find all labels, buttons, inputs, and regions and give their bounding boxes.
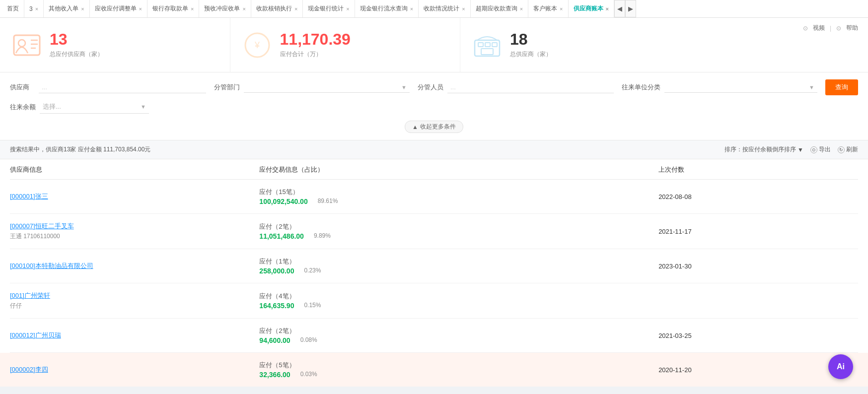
supplier-link-0[interactable]: [000001]张三 bbox=[10, 193, 48, 200]
results-summary: 搜索结果中，供应商13家 应付金额 111,703,854.00元 bbox=[10, 145, 150, 154]
nav-next-arrow[interactable]: ▶ bbox=[625, 0, 636, 17]
supplier-cell-1: [000007]恒旺二手叉车 王通 17106110000 bbox=[10, 222, 259, 241]
close-icon[interactable]: × bbox=[242, 6, 245, 12]
close-icon[interactable]: × bbox=[294, 6, 297, 12]
transaction-cell-4: 应付（2笔） 94,600.00 0.08% bbox=[259, 327, 658, 344]
tx-amount-1: 11,051,486.00 bbox=[259, 232, 304, 240]
refresh-button[interactable]: ↻ 刷新 bbox=[838, 145, 858, 154]
close-icon[interactable]: × bbox=[606, 6, 609, 12]
dept-select[interactable]: ▼ bbox=[244, 82, 410, 93]
nav-tab-bank-label: 银行存取款单 bbox=[152, 4, 188, 13]
nav-tab-overdue-label: 超期应收款查询 bbox=[476, 4, 517, 13]
sort-select[interactable]: 排序：按应付余额倒序排序 ▼ bbox=[724, 145, 803, 154]
lastpay-date-4: 2021-03-25 bbox=[658, 332, 692, 339]
lastpay-date-5: 2020-11-20 bbox=[658, 366, 692, 374]
collapse-button[interactable]: ▲ 收起更多条件 bbox=[405, 121, 463, 133]
collapse-arrow-icon: ▲ bbox=[412, 124, 418, 131]
lastpay-date-1: 2021-11-17 bbox=[658, 228, 692, 235]
stat-card-total-suppliers: 18 总供应商（家） bbox=[460, 18, 793, 72]
payable-amount: 11,170.39 bbox=[280, 31, 351, 47]
results-right: 排序：按应付余额倒序排序 ▼ ⊙ 导出 ↻ 刷新 bbox=[724, 145, 858, 154]
close-icon[interactable]: × bbox=[410, 6, 413, 12]
nav-tab-pre-collect[interactable]: 预收冲应收单 × bbox=[199, 0, 251, 17]
search-button[interactable]: 查询 bbox=[825, 79, 858, 95]
tx-amount-4: 94,600.00 bbox=[259, 336, 290, 344]
supplier-label: 供应商 bbox=[10, 83, 35, 92]
close-icon[interactable]: × bbox=[346, 6, 349, 12]
col-header-supplier: 供应商信息 bbox=[10, 165, 259, 174]
tx-percent-0: 89.61% bbox=[318, 197, 338, 204]
supplier-link-3[interactable]: [001]广州荣轩 bbox=[10, 292, 50, 299]
supplier-cell-4: [000012]广州贝瑞 bbox=[10, 331, 259, 340]
unit-class-select[interactable]: ▼ bbox=[664, 82, 818, 93]
help-links: ⊙ 视频 | ⊙ 帮助 bbox=[803, 24, 858, 32]
nav-tab-supplier-book-label: 供应商账本 bbox=[574, 4, 603, 13]
nav-tab-receipt-verify-label: 收款核销执行 bbox=[256, 4, 292, 13]
close-icon[interactable]: × bbox=[139, 6, 142, 12]
balance-label: 往来余额 bbox=[10, 103, 36, 112]
supplier-input[interactable] bbox=[39, 81, 206, 93]
nav-tab-overdue[interactable]: 超期应收款查询 × bbox=[471, 0, 528, 17]
filter-row-2: 往来余额 选择... ▼ bbox=[10, 100, 858, 114]
circle-icon: ⊙ bbox=[803, 25, 808, 32]
table-row: [000007]恒旺二手叉车 王通 17106110000 应付（2笔） 11,… bbox=[10, 214, 858, 249]
video-link[interactable]: 视频 bbox=[813, 24, 825, 32]
close-icon[interactable]: × bbox=[191, 6, 194, 12]
supplier-link-5[interactable]: [000002]李四 bbox=[10, 366, 48, 373]
nav-tab-customer-book-label: 客户账本 bbox=[533, 4, 557, 13]
stats-bar: 13 总应付供应商（家） ¥ 11,170.39 应付合计（万） bbox=[0, 18, 868, 72]
payable-count-label: 总应付供应商（家） bbox=[50, 50, 103, 59]
lastpay-cell-4: 2021-03-25 bbox=[658, 332, 858, 339]
supplier-link-2[interactable]: [000100]本特勒油品有限公司 bbox=[10, 262, 93, 269]
filter-person: 分管人员 bbox=[418, 81, 614, 93]
tx-percent-4: 0.08% bbox=[300, 336, 317, 343]
nav-tab-receipt-verify[interactable]: 收款核销执行 × bbox=[251, 0, 303, 17]
person-input[interactable] bbox=[447, 81, 614, 93]
svg-point-1 bbox=[18, 40, 25, 47]
export-button[interactable]: ⊙ 导出 bbox=[810, 145, 831, 154]
nav-tab-cash-flow[interactable]: 现金银行流水查询 × bbox=[355, 0, 419, 17]
close-icon[interactable]: × bbox=[81, 6, 84, 12]
help-link[interactable]: 帮助 bbox=[846, 24, 858, 32]
nav-tab-cash-flow-label: 现金银行流水查询 bbox=[360, 4, 408, 13]
filter-balance: 往来余额 选择... ▼ bbox=[10, 100, 149, 114]
supplier-link-1[interactable]: [000007]恒旺二手叉车 bbox=[10, 222, 74, 230]
supplier-sub-1: 王通 17106110000 bbox=[10, 232, 259, 241]
ai-assistant-button[interactable]: Ai bbox=[828, 354, 853, 379]
table-row: [000100]本特勒油品有限公司 应付（1笔） 258,000.00 0.23… bbox=[10, 249, 858, 283]
supplier-link-4[interactable]: [000012]广州贝瑞 bbox=[10, 331, 61, 339]
balance-select[interactable]: 选择... ▼ bbox=[40, 100, 149, 114]
nav-tab-cash-stat-label: 现金银行统计 bbox=[308, 4, 344, 13]
nav-tab-supplier-book[interactable]: 供应商账本 × bbox=[569, 0, 614, 17]
table-container: 供应商信息 应付交易信息（占比） 上次付数 [000001]张三 应付（15笔）… bbox=[0, 159, 868, 387]
payable-count: 13 bbox=[50, 31, 103, 47]
chevron-down-icon4: ▼ bbox=[797, 146, 803, 153]
close-icon[interactable]: × bbox=[35, 6, 38, 12]
nav-tab-customer-book[interactable]: 客户账本 × bbox=[528, 0, 568, 17]
main-content: 供应商信息 应付交易信息（占比） 上次付数 [000001]张三 应付（15笔）… bbox=[0, 159, 868, 387]
collapse-label: 收起更多条件 bbox=[420, 123, 456, 131]
tx-percent-1: 9.89% bbox=[314, 232, 331, 239]
chevron-down-icon: ▼ bbox=[401, 84, 407, 90]
circle-icon2: ⊙ bbox=[836, 25, 841, 32]
nav-tab-other-income[interactable]: 其他收入单 × bbox=[44, 0, 89, 17]
nav-tab-home[interactable]: 首页 bbox=[2, 0, 24, 17]
nav-prev-arrow[interactable]: ◀ bbox=[614, 0, 625, 17]
close-icon[interactable]: × bbox=[520, 6, 523, 12]
nav-tab-bank[interactable]: 银行存取款单 × bbox=[147, 0, 199, 17]
supplier-cell-5: [000002]李四 bbox=[10, 365, 259, 374]
payable-suppliers-icon bbox=[12, 30, 42, 60]
close-icon[interactable]: × bbox=[462, 6, 465, 12]
lastpay-cell-2: 2023-01-30 bbox=[658, 263, 858, 270]
nav-tab-adjustment[interactable]: 应收应付调整单 × bbox=[90, 0, 147, 17]
nav-tab-collect-stat[interactable]: 收款情况统计 × bbox=[419, 0, 470, 17]
close-icon[interactable]: × bbox=[560, 6, 563, 12]
export-icon: ⊙ bbox=[810, 146, 817, 153]
nav-tab-3[interactable]: 3 × bbox=[24, 0, 44, 17]
svg-rect-11 bbox=[481, 49, 493, 55]
filter-unit-class: 往来单位分类 ▼ bbox=[622, 82, 818, 93]
nav-tab-cash-stat[interactable]: 现金银行统计 × bbox=[303, 0, 355, 17]
transaction-cell-1: 应付（2笔） 11,051,486.00 9.89% bbox=[259, 222, 658, 240]
tx-label-3: 应付（4笔） bbox=[259, 292, 295, 301]
filter-dept: 分管部门 ▼ bbox=[214, 82, 410, 93]
